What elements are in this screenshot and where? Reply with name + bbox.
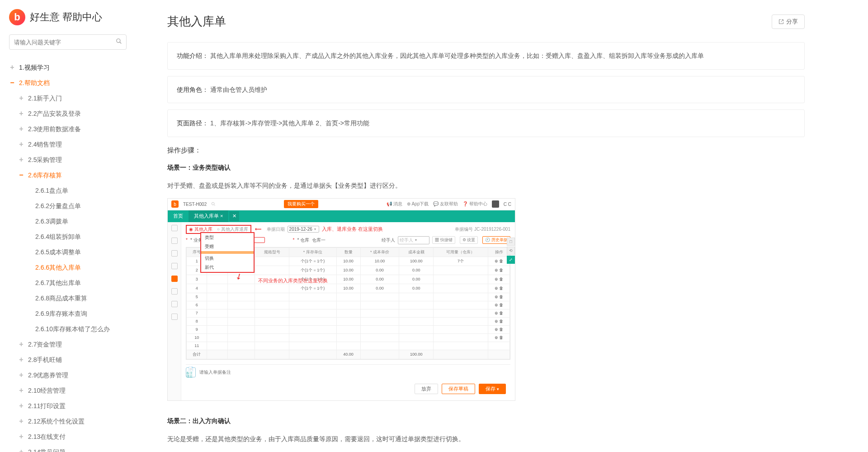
nav-264[interactable]: 2.6.4组装拆卸单	[9, 229, 140, 244]
toolbar-chips: ☰ 快捷键 ⚙ 设置 🕘 历史单据	[432, 236, 510, 244]
share-button[interactable]: 分享	[772, 14, 805, 29]
role-card: 使用角色：通常由仓管人员维护	[167, 76, 805, 104]
rail-icon	[171, 288, 178, 295]
draft-button: 保存草稿	[442, 384, 475, 394]
nav-23[interactable]: +2.3使用前数据准备	[9, 121, 140, 137]
nav-22[interactable]: +2.2产品安装及登录	[9, 106, 140, 121]
rail-icon	[171, 250, 178, 257]
dd-item: 受赠	[201, 242, 254, 251]
expand-icon: +	[18, 141, 24, 147]
expand-icon: +	[18, 403, 24, 409]
memo-input	[199, 370, 510, 375]
close-icon: ✕	[229, 211, 239, 221]
rail-icon	[171, 238, 178, 244]
memo-icon: 📄备注信息	[186, 367, 196, 377]
expand-icon: +	[18, 157, 24, 163]
annotation-switch: 入库、退库业务 在这里切换	[322, 226, 383, 233]
rail-icon-active	[171, 276, 178, 282]
shot-tabs: 首页 其他入库单 × ✕	[168, 210, 515, 222]
embedded-screenshot: b TEST-H002 我要购买一个 📢 消息 ⊕ App下载 💬 友联帮助 ❓…	[167, 198, 515, 401]
expand-icon: +	[18, 433, 24, 440]
brand-title: 好生意 帮助中心	[30, 10, 102, 24]
nav-213[interactable]: +2.13在线支付	[9, 429, 140, 444]
expand-icon: +	[9, 64, 15, 71]
table-sum-row: 合计40.00100.00	[187, 350, 510, 359]
share-label: 分享	[786, 18, 798, 26]
shot-rail	[168, 222, 181, 400]
grid-col: * 库存单位	[289, 247, 336, 257]
table-row: 10⊕ 🗑	[187, 333, 510, 342]
dd-item: 新代	[201, 263, 254, 272]
search-icon[interactable]	[116, 38, 122, 46]
nav-262[interactable]: 2.6.2分量盘点单	[9, 198, 140, 214]
table-row: 5⊕ 🗑	[187, 293, 510, 301]
expand-icon: +	[18, 372, 24, 378]
expand-icon: +	[18, 449, 24, 452]
search-input[interactable]	[9, 34, 127, 50]
table-row: 4个(1个 = 1个)10.000.000.00⊕ 🗑	[187, 284, 510, 293]
shot-content: ◉ 其他入库 ○ 其他入库退库 ⟵ 单据日期 2019-12-26 入库、退库业…	[181, 222, 515, 400]
rail-icon	[171, 225, 178, 231]
memo-row: 📄备注信息	[186, 364, 510, 380]
grid-col: * 成本单价	[360, 247, 399, 257]
intro-label: 功能介绍：	[177, 52, 208, 59]
nav-24[interactable]: +2.4销售管理	[9, 137, 140, 152]
brand-logo: b	[9, 9, 25, 25]
nav-26[interactable]: −2.6库存核算	[9, 167, 140, 183]
steps-label: 操作步骤：	[167, 146, 805, 155]
rail-icon	[171, 263, 178, 269]
nav-267[interactable]: 2.6.7其他出库单	[9, 275, 140, 290]
role-label: 使用角色：	[177, 86, 208, 93]
nav-263[interactable]: 2.6.3调拨单	[9, 214, 140, 229]
nav-25[interactable]: +2.5采购管理	[9, 152, 140, 167]
grid-col: 可用量（仓库）	[433, 247, 488, 257]
rail-icon	[171, 301, 178, 307]
path-card: 页面路径：1、库存核算->库存管理->其他入库单 2、首页->常用功能	[167, 109, 805, 137]
share-icon	[778, 19, 784, 24]
page-header: 其他入库单 分享	[167, 14, 805, 29]
top-link: 📢 消息	[387, 201, 402, 207]
nav-2610[interactable]: 2.6.10库存账本错了怎么办	[9, 321, 140, 337]
nav-video[interactable]: +1.视频学习	[9, 60, 140, 75]
expand-icon: +	[18, 341, 24, 347]
nav-28[interactable]: +2.8手机旺铺	[9, 352, 140, 367]
mini-logo-icon: b	[171, 200, 179, 208]
tab-doc: 其他入库单 ×	[189, 210, 228, 222]
arrow-icon: ⟵	[255, 227, 261, 232]
buy-button: 我要购买一个	[284, 200, 318, 208]
table-row: 7⊕ 🗑	[187, 309, 510, 317]
expand-icon: +	[18, 418, 24, 424]
grid-col: 规格型号	[255, 247, 289, 257]
top-link: ⊕ App下载	[407, 201, 429, 207]
table-row: 9⊕ 🗑	[187, 325, 510, 333]
cancel-button: 放弃	[415, 384, 438, 394]
nav-29[interactable]: +2.9优惠券管理	[9, 367, 140, 383]
expand-icon: +	[18, 126, 24, 132]
expand-icon: +	[18, 387, 24, 394]
collapse-icon: −	[9, 80, 15, 86]
nav-214[interactable]: +2.14常见问题	[9, 444, 140, 452]
nav-211[interactable]: +2.11打印设置	[9, 398, 140, 414]
table-row: 6⊕ 🗑	[187, 301, 510, 309]
nav-268[interactable]: 2.6.8商品成本重算	[9, 290, 140, 306]
nav-docs[interactable]: −2.帮助文档	[9, 75, 140, 90]
nav-210[interactable]: +2.10经营管理	[9, 383, 140, 398]
nav-266[interactable]: 2.6.6其他入库单	[9, 260, 140, 275]
expand-icon: +	[18, 110, 24, 117]
side-tools: □ ⟲ ⤢	[507, 238, 515, 264]
nav-261[interactable]: 2.6.1盘点单	[9, 183, 140, 198]
svg-point-0	[117, 39, 120, 43]
scene2-p1: 无论是受赠，还是其他类型的业务，由于入库商品质量等原因，需要退回，这时可通过单据…	[167, 433, 805, 445]
nav-212[interactable]: +2.12系统个性化设置	[9, 414, 140, 429]
account-name: TEST-H002	[183, 202, 207, 207]
scene1-title: 场景一：业务类型确认	[167, 161, 805, 174]
nav-27[interactable]: +2.7资金管理	[9, 337, 140, 352]
nav-21[interactable]: +2.1新手入门	[9, 90, 140, 106]
rail-icon	[171, 314, 178, 320]
nav-265[interactable]: 2.6.5成本调整单	[9, 244, 140, 260]
tab-home: 首页	[168, 210, 189, 222]
path-text: 1、库存核算->库存管理->其他入库单 2、首页->常用功能	[210, 119, 369, 127]
nav-269[interactable]: 2.6.9库存账本查询	[9, 306, 140, 321]
intro-text: 其他入库单用来处理除采购入库、产成品入库之外的其他入库业务，因此其他入库单可处理…	[210, 52, 704, 59]
operator-field: 经手人	[398, 236, 429, 244]
